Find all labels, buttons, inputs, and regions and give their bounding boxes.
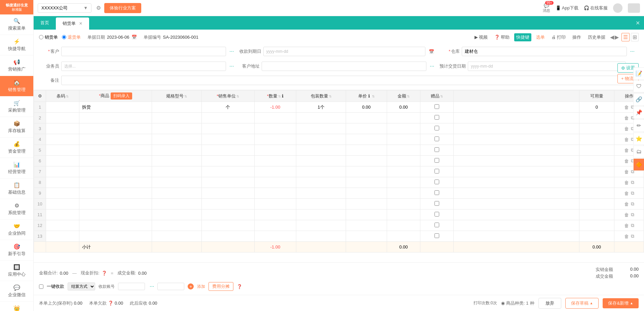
row-delete-icon[interactable]: 🗑 <box>624 158 629 164</box>
row-copy-icon[interactable]: ⧉ <box>631 212 634 218</box>
row-barcode[interactable] <box>46 156 79 166</box>
amount-input[interactable] <box>157 283 184 290</box>
sidebar-item-guide[interactable]: 🎯 新手引导 <box>0 240 33 261</box>
row-qty[interactable] <box>254 113 296 123</box>
row-qty[interactable] <box>254 231 296 242</box>
one-click-payment-checkbox[interactable] <box>39 284 43 289</box>
select-button[interactable]: 选单 <box>534 33 547 41</box>
row-barcode[interactable] <box>46 209 79 220</box>
radio-sale[interactable]: 销货单 <box>39 34 58 40</box>
owe-help-icon[interactable]: ❓ <box>108 301 113 306</box>
row-goods[interactable] <box>79 199 152 209</box>
row-barcode[interactable] <box>46 166 79 177</box>
payment-method-select[interactable]: 结算方式 <box>68 282 95 290</box>
row-delete-icon[interactable]: 🗑 <box>624 201 629 207</box>
fee-help-icon[interactable]: ❓ <box>237 284 242 289</box>
row-unit[interactable] <box>201 123 254 134</box>
row-spec[interactable] <box>152 123 202 134</box>
row-price[interactable] <box>346 156 387 166</box>
float-star-button[interactable]: ⭐ <box>633 132 644 145</box>
row-delete-icon[interactable]: 🗑 <box>624 169 629 174</box>
row-price[interactable] <box>346 123 387 134</box>
row-qty[interactable] <box>254 156 296 166</box>
scan-button[interactable]: 扫码录入 <box>111 92 132 100</box>
row-amount[interactable] <box>387 134 420 145</box>
warehouse-picker-icon[interactable]: ··· <box>630 48 635 54</box>
float-edit-button[interactable]: ✏ <box>633 119 644 132</box>
row-amount[interactable]: 0.00 <box>387 102 420 113</box>
row-goods[interactable] <box>79 145 152 156</box>
row-qty[interactable] <box>254 123 296 134</box>
row-qty[interactable] <box>254 134 296 145</box>
row-delete-icon[interactable]: 🗑 <box>624 180 629 185</box>
row-spec[interactable] <box>152 102 202 113</box>
row-goods[interactable] <box>79 166 152 177</box>
row-goods[interactable] <box>79 123 152 134</box>
customer-picker-icon[interactable]: ··· <box>229 48 234 54</box>
message-button[interactable]: 💬 消息 99+ <box>543 3 550 13</box>
expected-date-input[interactable]: yyyy-mm-dd <box>468 62 626 71</box>
row-price[interactable] <box>346 134 387 145</box>
row-spec[interactable] <box>152 113 202 123</box>
row-delete-icon[interactable]: 🗑 <box>624 223 629 228</box>
row-barcode[interactable] <box>46 177 79 188</box>
operate-button[interactable]: 操作 <box>570 33 583 41</box>
row-unit[interactable] <box>201 188 254 199</box>
row-barcode[interactable] <box>46 123 79 134</box>
help-button[interactable]: ❓ 帮助 <box>492 33 512 41</box>
fee-split-button[interactable]: 费用分摊 <box>209 282 233 291</box>
row-goods[interactable] <box>79 231 152 242</box>
row-qty[interactable] <box>254 220 296 231</box>
row-price[interactable] <box>346 113 387 123</box>
row-price[interactable] <box>346 166 387 177</box>
sidebar-item-purchase[interactable]: 🛒 采购管理 <box>0 96 33 117</box>
account-picker-icon[interactable]: ··· <box>150 283 154 289</box>
salesperson-input[interactable]: 选择... <box>61 62 226 71</box>
row-amount[interactable] <box>387 199 420 209</box>
row-pack-qty[interactable] <box>296 220 346 231</box>
row-gift[interactable] <box>420 231 453 242</box>
topbar-gear-icon[interactable]: ⚙ <box>96 5 101 11</box>
row-goods[interactable] <box>79 177 152 188</box>
row-qty[interactable] <box>254 188 296 199</box>
row-goods[interactable] <box>79 209 152 220</box>
row-copy-icon[interactable]: ⧉ <box>631 233 634 239</box>
row-amount[interactable] <box>387 166 420 177</box>
row-spec[interactable] <box>152 145 202 156</box>
row-amount[interactable] <box>387 231 420 242</box>
trial-button[interactable]: 体验行业方案 <box>104 3 141 13</box>
row-barcode[interactable] <box>46 134 79 145</box>
row-delete-icon[interactable]: 🗑 <box>624 105 629 110</box>
row-unit[interactable] <box>201 166 254 177</box>
row-unit[interactable] <box>201 113 254 123</box>
date-calendar-icon[interactable]: 📅 <box>131 35 137 40</box>
sidebar-item-apps[interactable]: 🔲 应用中心 <box>0 261 33 281</box>
app-download-button[interactable]: 📱 App下载 <box>556 5 578 11</box>
address-input[interactable] <box>262 62 426 71</box>
row-spec[interactable] <box>152 209 202 220</box>
radio-return[interactable]: 退货单 <box>62 34 81 40</box>
float-shield-button[interactable]: 🛡 <box>633 80 644 92</box>
row-gift[interactable] <box>420 199 453 209</box>
sidebar-item-wechat[interactable]: 💬 企业微信 <box>0 281 33 302</box>
discard-button[interactable]: 放弃 <box>538 298 561 309</box>
row-delete-icon[interactable]: 🗑 <box>624 191 629 196</box>
row-gift[interactable] <box>420 156 453 166</box>
row-gift[interactable] <box>420 123 453 134</box>
row-qty[interactable] <box>254 177 296 188</box>
sidebar-item-inventory[interactable]: 📦 库存核算 <box>0 117 33 138</box>
row-price[interactable] <box>346 145 387 156</box>
row-amount[interactable] <box>387 188 420 199</box>
sidebar-item-quick-nav[interactable]: ⚡ 快捷导航 <box>0 35 33 55</box>
row-price[interactable] <box>346 231 387 242</box>
company-selector[interactable]: XXXXXX公司 ▼ <box>38 3 91 13</box>
row-copy-icon[interactable]: ⧉ <box>631 201 634 207</box>
row-amount[interactable] <box>387 156 420 166</box>
tab-home[interactable]: 首页 <box>34 16 56 30</box>
row-pack-qty[interactable] <box>296 156 346 166</box>
row-spec[interactable] <box>152 231 202 242</box>
row-spec[interactable] <box>152 156 202 166</box>
row-copy-icon[interactable]: ⧉ <box>631 180 634 185</box>
row-price[interactable] <box>346 188 387 199</box>
row-amount[interactable] <box>387 145 420 156</box>
